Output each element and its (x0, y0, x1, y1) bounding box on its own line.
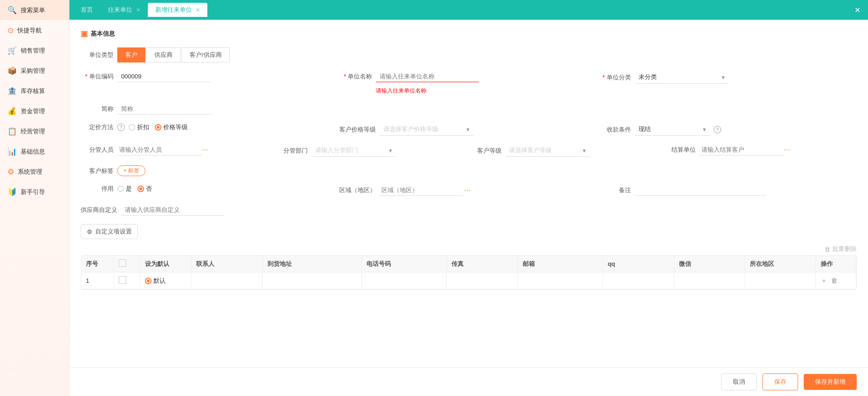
code-label: 单位编码 (81, 72, 114, 81)
sidebar-item-inventory[interactable]: 🏦 库存核算 (0, 81, 69, 101)
category-select[interactable]: 未分类 ▾ (635, 71, 729, 84)
clipboard-icon: 📋 (8, 127, 17, 136)
region-dots-icon[interactable]: ··· (462, 186, 472, 194)
payment-group: 收款条件 现结 ▾ ? (598, 123, 857, 136)
sidebar-label-search: 搜索菜单 (21, 6, 45, 15)
section-title-text: 基本信息 (91, 30, 115, 38)
sidebar-item-quicknav[interactable]: ⊙ 快捷导航 (0, 20, 69, 40)
price-level-select[interactable]: 请选择客户价格等级 ▾ (380, 123, 473, 136)
row-checkbox[interactable] (119, 276, 126, 284)
settle-unit-input[interactable] (700, 144, 782, 155)
sidebar-item-baseinfo[interactable]: 📊 基础信息 (0, 141, 69, 162)
home-icon: ⊙ (8, 26, 14, 35)
trash-icon: 🗑 (824, 246, 830, 253)
region-table-input[interactable] (750, 277, 787, 284)
table-header-row: 序号 设为默认 联系人 到货地址 电话号码 传真 邮箱 qq 微信 所在地区 操… (81, 256, 856, 272)
region-group: 区域（地区） ··· (339, 185, 598, 196)
sidebar-item-sales[interactable]: 🛒 销售管理 (0, 40, 69, 61)
radio-price-level[interactable]: 价格等级 (155, 123, 188, 132)
tab-new-partner-close[interactable]: ✕ (196, 7, 200, 13)
code-input[interactable] (117, 71, 211, 82)
unit-type-label: 单位类型 (81, 51, 114, 59)
cell-wechat[interactable] (674, 272, 745, 289)
sidebar-item-finance[interactable]: 💰 资金管理 (0, 101, 69, 121)
cell-fax[interactable] (447, 272, 518, 289)
cell-phone[interactable] (361, 272, 446, 289)
dept-select[interactable]: 请输入分管部门 ▾ (312, 144, 396, 157)
sidebar-item-operation[interactable]: 📋 经营管理 (0, 121, 69, 141)
tag-row: 客户标签 + 标签 (81, 165, 857, 176)
radio-yes-circle (117, 186, 124, 192)
payment-help-icon[interactable]: ? (714, 126, 721, 133)
add-tag-button[interactable]: + 标签 (117, 165, 145, 176)
save-new-button[interactable]: 保存并新增 (804, 374, 857, 390)
settle-unit-dots-icon[interactable]: ··· (782, 146, 792, 154)
sidebar-item-search[interactable]: 🔍 搜索菜单 (0, 0, 69, 20)
delete-row-icon[interactable]: 🗑 (831, 277, 838, 285)
btn-both[interactable]: 客户/供应商 (182, 47, 230, 62)
btn-supplier[interactable]: 供应商 (146, 47, 181, 62)
close-all-button[interactable]: ✕ (851, 6, 864, 15)
custom-settings-button[interactable]: ⚙ 自定义项设置 (81, 224, 138, 239)
disabled-radio-group: 是 否 (117, 185, 152, 193)
fax-input[interactable] (451, 277, 489, 284)
radio-discount[interactable]: 折扣 (129, 123, 149, 132)
radio-no[interactable]: 否 (137, 185, 152, 193)
sidebar-item-guide[interactable]: 🔰 新手引导 (0, 182, 69, 202)
note-input[interactable] (635, 185, 766, 196)
abbr-group: 简称 (81, 103, 857, 115)
abbr-row: 简称 (81, 103, 857, 115)
sidebar-label-quicknav: 快捷导航 (17, 26, 42, 35)
save-button[interactable]: 保存 (762, 373, 798, 390)
pricing-help-icon[interactable]: ? (117, 124, 125, 131)
tag-label: 客户标签 (81, 167, 114, 175)
wechat-input[interactable] (679, 277, 716, 284)
payment-select[interactable]: 现结 ▾ (635, 123, 710, 136)
tab-partner-close[interactable]: ✕ (136, 7, 140, 13)
supplier-custom-input[interactable] (121, 204, 224, 216)
col-address: 到货地址 (262, 256, 361, 272)
address-input[interactable] (267, 277, 324, 284)
customer-level-arrow-icon: ▾ (583, 147, 586, 154)
sidebar-item-system[interactable]: ⚙ 系统管理 (0, 162, 69, 182)
phone-input[interactable] (366, 277, 413, 284)
cell-contact[interactable] (191, 272, 262, 289)
select-all-checkbox[interactable] (119, 259, 126, 267)
cell-qq[interactable] (603, 272, 674, 289)
cancel-button[interactable]: 取消 (721, 373, 757, 390)
radio-default[interactable]: 默认 (145, 277, 166, 285)
sidebar-label-operation: 经营管理 (21, 127, 45, 136)
bag-icon: 📦 (8, 66, 17, 75)
btn-customer[interactable]: 客户 (117, 47, 145, 62)
contact-input[interactable] (196, 277, 234, 284)
cell-address[interactable] (262, 272, 361, 289)
payment-value: 现结 (639, 125, 651, 133)
radio-yes[interactable]: 是 (117, 185, 132, 193)
cell-email[interactable] (518, 272, 602, 289)
disabled-label: 停用 (81, 185, 114, 193)
abbr-input[interactable] (117, 103, 211, 115)
unit-type-group: 单位类型 客户 供应商 客户/供应商 (81, 47, 857, 62)
tab-new-partner[interactable]: 新增往来单位 ✕ (148, 3, 207, 17)
name-input[interactable] (376, 71, 479, 82)
region-input[interactable] (380, 185, 462, 195)
tab-home[interactable]: 首页 (73, 3, 100, 17)
manager-dots-icon[interactable]: ··· (200, 146, 210, 154)
manager-input[interactable] (117, 144, 200, 155)
sidebar-item-purchase[interactable]: 📦 采购管理 (0, 61, 69, 81)
col-contact: 联系人 (191, 256, 262, 272)
col-wechat: 微信 (674, 256, 745, 272)
add-row-icon[interactable]: ＋ (821, 277, 827, 285)
settle-unit-input-wrapper: ··· (700, 144, 784, 155)
email-input[interactable] (523, 277, 570, 284)
qq-input[interactable] (608, 277, 645, 284)
footer-bar: 取消 保存 保存并新增 (69, 367, 868, 396)
batch-delete-label[interactable]: 批量删除 (832, 245, 857, 253)
customer-level-placeholder: 请选择客户等级 (509, 146, 552, 155)
customer-level-select[interactable]: 请选择客户等级 ▾ (505, 144, 590, 157)
tab-partner[interactable]: 往来单位 ✕ (100, 3, 148, 17)
dept-group: 分管部门 请输入分管部门 ▾ (275, 144, 469, 157)
note-label: 备注 (598, 186, 631, 194)
batch-delete-area: 🗑 批量删除 (81, 245, 857, 253)
cell-region[interactable] (745, 272, 816, 289)
